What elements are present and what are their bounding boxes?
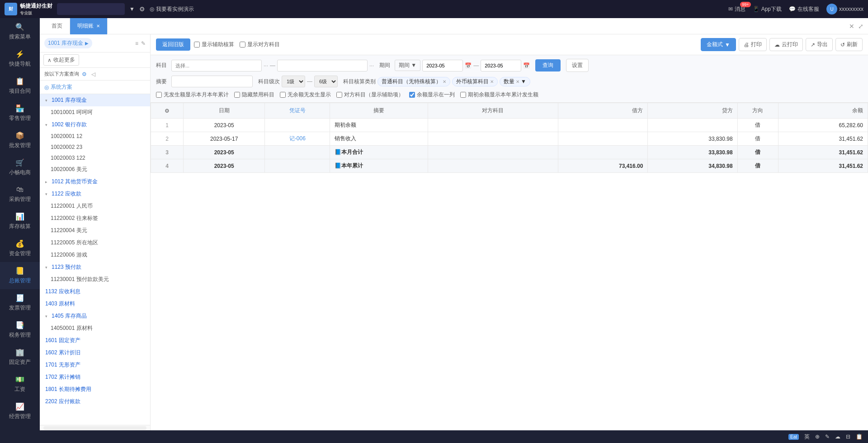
tree-node-2202[interactable]: 2202 应付账款 bbox=[40, 395, 150, 408]
export-btn[interactable]: ↗ 导出 bbox=[806, 38, 833, 51]
tab-home[interactable]: 首页 bbox=[44, 18, 70, 34]
tree-node-1403[interactable]: 1403 原材料 bbox=[40, 298, 150, 310]
panel-edit-icon[interactable]: ✎ bbox=[141, 40, 146, 47]
tree-node-10020006[interactable]: 10020006 美元 bbox=[40, 163, 150, 176]
sidebar-item-expense[interactable]: 💳 小畅报销 bbox=[0, 425, 40, 430]
bottom-lang-btn[interactable]: 英 bbox=[804, 433, 810, 441]
tab-detail-close[interactable]: ✕ bbox=[96, 24, 100, 29]
sidebar-item-operations[interactable]: 📈 经营管理 bbox=[0, 398, 40, 425]
tag-quantity-expand[interactable]: ▼ bbox=[521, 78, 526, 85]
level-end-select[interactable]: 6级 bbox=[314, 76, 338, 87]
bottom-eat-btn[interactable]: Eat bbox=[788, 434, 799, 440]
tree-node-1702[interactable]: 1702 累计摊销 bbox=[40, 371, 150, 383]
tree-node-11220002[interactable]: 11220002 往来标签 bbox=[40, 212, 150, 224]
tree-node-1801[interactable]: 1801 长期待摊费用 bbox=[40, 383, 150, 395]
tree-node-1122[interactable]: ▾ 1122 应收款 bbox=[40, 188, 150, 200]
refresh-btn[interactable]: ↺ 刷新 bbox=[835, 38, 863, 51]
sidebar-item-purchase[interactable]: 🛍 采购管理 bbox=[0, 181, 40, 208]
tree-expand-1122[interactable]: ▾ bbox=[45, 192, 50, 196]
tree-node-11230001[interactable]: 11230001 预付款款美元 bbox=[40, 273, 150, 286]
tree-node-1012[interactable]: ▸ 1012 其他货币资金 bbox=[40, 176, 150, 188]
sidebar-item-project[interactable]: 📋 项目合同 bbox=[0, 72, 40, 100]
period-cal-start[interactable]: 📅 bbox=[465, 62, 472, 69]
tree-node-10010001[interactable]: 10010001 呵呵呵 bbox=[40, 106, 150, 119]
tree-node-14050001[interactable]: 14050001 原材料 bbox=[40, 322, 150, 334]
left-arrow-icon[interactable]: ◁ bbox=[91, 71, 95, 77]
level-start-select[interactable]: 1级 bbox=[282, 76, 305, 87]
query-settings-btn[interactable]: 设置 bbox=[566, 59, 589, 72]
topbar-settings-icon[interactable]: ⚙ bbox=[139, 5, 145, 13]
period-start-input[interactable] bbox=[422, 60, 463, 71]
tree-node-11220004[interactable]: 11220004 美元 bbox=[40, 224, 150, 237]
tabs-maximize-icon[interactable]: ⤢ bbox=[858, 23, 863, 30]
sidebar-item-assets[interactable]: 🏢 固定资产 bbox=[0, 343, 40, 371]
tree-expand-1405[interactable]: ▾ bbox=[45, 314, 50, 319]
cb-hide-disabled-input[interactable] bbox=[234, 92, 240, 98]
subject-tag[interactable]: 1001 库存现金 ▶ bbox=[44, 38, 92, 48]
tree-node-1001[interactable]: ▾ 1001 库存现金 bbox=[40, 94, 150, 106]
bottom-edit-btn[interactable]: ✎ bbox=[825, 433, 830, 440]
collapse-more-btn[interactable]: ∧ 收起更多 bbox=[43, 54, 79, 66]
period-cal-end[interactable]: 📅 bbox=[523, 62, 530, 69]
cb-no-amount-input[interactable] bbox=[156, 92, 162, 98]
tree-node-11220005[interactable]: 11220005 所在地区 bbox=[40, 237, 150, 249]
tree-node-10020003[interactable]: 10020003 122 bbox=[40, 152, 150, 163]
subject-input[interactable] bbox=[171, 60, 262, 71]
sidebar-item-salary[interactable]: 💵 工资 bbox=[0, 371, 40, 398]
show-assist-checkbox[interactable]: 显示辅助核算 bbox=[194, 41, 234, 48]
style-btn[interactable]: 金额式 ▼ bbox=[701, 38, 736, 51]
app-download-btn[interactable]: 📱 App下载 bbox=[753, 5, 782, 13]
tree-node-1602[interactable]: 1602 累计折旧 bbox=[40, 347, 150, 359]
sidebar-item-retail[interactable]: 🏪 零售管理 bbox=[0, 100, 40, 127]
user-profile[interactable]: U xxxxxxxxx bbox=[826, 4, 863, 14]
filter-settings-icon[interactable]: ⚙ bbox=[82, 71, 87, 77]
cb-opposite[interactable]: 对方科目（显示辅助项） bbox=[336, 91, 404, 99]
panel-list-icon[interactable]: ≡ bbox=[135, 40, 138, 47]
cb-hide-disabled[interactable]: 隐藏禁用科目 bbox=[234, 91, 274, 99]
settings-icon[interactable]: ⚙ bbox=[165, 108, 170, 114]
cb-opening-input[interactable] bbox=[460, 92, 466, 98]
tree-node-11220001[interactable]: 11220001 人民币 bbox=[40, 200, 150, 212]
scheme-btn[interactable]: ◎ 系统方案 bbox=[44, 83, 146, 91]
tabs-close-all-icon[interactable]: ✕ bbox=[849, 23, 854, 30]
cloud-print-btn[interactable]: ☁ 云打印 bbox=[769, 38, 803, 51]
tree-node-1601[interactable]: 1601 固定资产 bbox=[40, 334, 150, 347]
show-opposite-input[interactable] bbox=[240, 42, 245, 48]
cb-opening[interactable]: 期初余额显示本年累计发生额 bbox=[460, 91, 538, 99]
show-opposite-checkbox[interactable]: 显示对方科目 bbox=[240, 41, 280, 48]
cb-one-col-input[interactable] bbox=[409, 92, 415, 98]
sidebar-item-ledger[interactable]: 📒 总账管理 bbox=[0, 262, 40, 289]
tree-expand-1001[interactable]: ▾ bbox=[45, 98, 50, 103]
period-type-select[interactable]: 期间 ▼ bbox=[395, 60, 420, 71]
tree-expand-1123[interactable]: ▾ bbox=[45, 265, 50, 270]
cb-no-amount[interactable]: 无发生额显示本月本年累计 bbox=[156, 91, 229, 99]
tag-quantity-close[interactable]: ✕ bbox=[516, 79, 519, 84]
cb-no-balance-input[interactable] bbox=[280, 92, 286, 98]
horizontal-scrollbar[interactable] bbox=[43, 426, 146, 430]
tree-expand-1002[interactable]: ▾ bbox=[45, 123, 50, 127]
tree-node-1405[interactable]: ▾ 1405 库存商品 bbox=[40, 310, 150, 322]
tree-node-1123[interactable]: ▾ 1123 预付款 bbox=[40, 261, 150, 273]
search-btn[interactable]: 查询 bbox=[535, 59, 561, 71]
show-assist-input[interactable] bbox=[194, 42, 200, 48]
sidebar-item-wholesale[interactable]: 📦 批发管理 bbox=[0, 127, 40, 154]
sidebar-item-search[interactable]: 🔍 搜索菜单 bbox=[0, 18, 40, 45]
print-btn[interactable]: 🖨 打印 bbox=[739, 38, 767, 51]
sidebar-item-invoice[interactable]: 🧾 发票管理 bbox=[0, 289, 40, 316]
tree-node-1002[interactable]: ▾ 1002 银行存款 bbox=[40, 119, 150, 131]
tree-node-10020001[interactable]: 10020001 12 bbox=[40, 131, 150, 142]
tree-expand-1012[interactable]: ▸ bbox=[45, 180, 50, 184]
tree-node-1701[interactable]: 1701 无形资产 bbox=[40, 359, 150, 371]
cb-opposite-input[interactable] bbox=[336, 92, 342, 98]
subject-end-input[interactable] bbox=[277, 60, 368, 71]
sidebar-item-tax[interactable]: 📑 税务管理 bbox=[0, 316, 40, 343]
topbar-search-input[interactable] bbox=[57, 3, 125, 15]
tree-node-1132[interactable]: 1132 应收利息 bbox=[40, 286, 150, 298]
demo-link[interactable]: ◎ 我要看实例演示 bbox=[150, 5, 194, 13]
back-btn[interactable]: 返回旧版 bbox=[156, 38, 190, 51]
tag-foreign-close[interactable]: ✕ bbox=[490, 79, 494, 84]
topbar-search-dropdown[interactable]: ▼ bbox=[129, 6, 135, 12]
bottom-add-btn[interactable]: ⊕ bbox=[815, 433, 820, 440]
online-service-btn[interactable]: 💬 在线客服 bbox=[789, 5, 819, 13]
sidebar-item-finance[interactable]: 💰 资金管理 bbox=[0, 235, 40, 262]
